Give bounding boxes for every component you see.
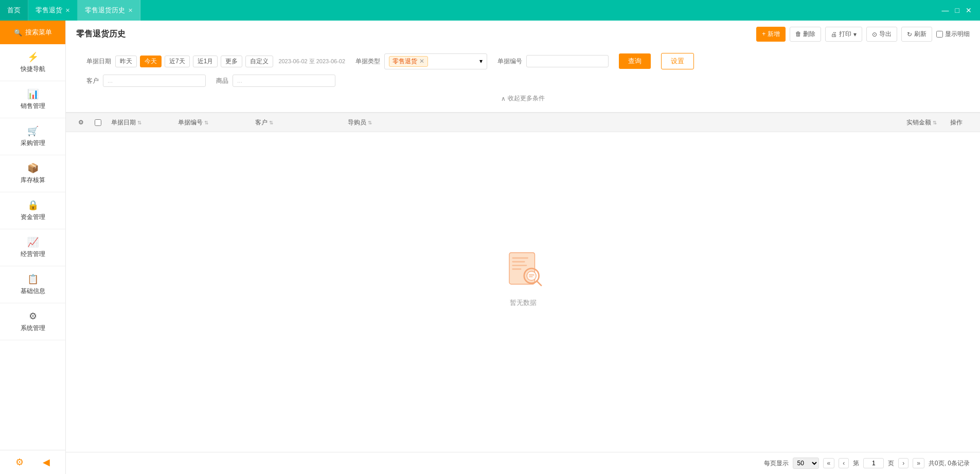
date-btn-custom[interactable]: 自定义	[245, 56, 273, 67]
empty-text: 暂无数据	[510, 298, 537, 307]
print-label: 打印	[839, 30, 851, 39]
date-btn-yesterday[interactable]: 昨天	[115, 56, 137, 67]
tab-retail-return[interactable]: 零售退货 ✕	[28, 0, 78, 21]
new-button[interactable]: + 新增	[756, 27, 785, 42]
date-filter: 单据日期 昨天 今天 近7天 近1月 更多 自定义 2023-06-02 至 2…	[86, 56, 345, 67]
sidebar-item-inventory[interactable]: 📦 库存核算	[0, 155, 65, 192]
tab-retail-return-history-close[interactable]: ✕	[128, 7, 133, 14]
filter-row-2: 客户 ... 商品 ...	[86, 75, 959, 87]
collapse-bar: ∧ 收起更多条件	[86, 92, 959, 107]
print-icon: 🖨	[831, 31, 837, 38]
th-no[interactable]: 单据编号 ⇅	[174, 118, 251, 127]
sidebar-item-sales[interactable]: 📊 销售管理	[0, 81, 65, 118]
tab-home[interactable]: 首页	[0, 0, 28, 21]
maximize-btn[interactable]: □	[955, 6, 959, 14]
finance-icon: 🔒	[27, 199, 39, 211]
toolbar: + 新增 🗑 删除 🖨 打印 ▾ ⊙ 导出 ↻ 刷新	[756, 27, 970, 42]
first-page-btn[interactable]: «	[823, 458, 835, 468]
customer-filter-select[interactable]: ...	[103, 75, 206, 87]
minimize-btn[interactable]: —	[942, 6, 949, 14]
sidebar-item-quick-nav[interactable]: ⚡ 快捷导航	[0, 44, 65, 81]
print-button[interactable]: 🖨 打印 ▾	[825, 27, 862, 42]
sidebar-search[interactable]: 🔍 搜索菜单	[0, 21, 65, 44]
th-no-sort-icon: ⇅	[204, 120, 208, 125]
sidebar-nav: ⚡ 快捷导航 📊 销售管理 🛒 采购管理 📦 库存核算 🔒 资金管理 📈	[0, 44, 65, 450]
collapse-button[interactable]: ∧ 收起更多条件	[501, 94, 545, 103]
th-settings[interactable]: ⚙	[74, 119, 91, 126]
th-guide[interactable]: 导购员 ⇅	[344, 118, 421, 127]
th-action-label: 操作	[950, 118, 963, 127]
date-btn-1month[interactable]: 近1月	[193, 56, 218, 67]
th-customer-label: 客户	[255, 118, 268, 127]
sidebar-item-system[interactable]: ⚙ 系统管理	[0, 303, 65, 340]
date-btn-today[interactable]: 今天	[140, 56, 162, 67]
sidebar-item-operations-label: 经营管理	[21, 250, 45, 259]
th-amount-sort-icon: ⇅	[933, 120, 937, 125]
no-filter-input[interactable]	[526, 55, 609, 67]
system-icon: ⚙	[29, 311, 37, 322]
th-customer[interactable]: 客户 ⇅	[251, 118, 344, 127]
export-button[interactable]: ⊙ 导出	[866, 27, 897, 42]
th-customer-sort-icon: ⇅	[269, 120, 273, 125]
goods-filter-label: 商品	[216, 77, 228, 85]
top-bar: 首页 零售退货 ✕ 零售退货历史 ✕ — □ ✕	[0, 0, 980, 21]
last-page-btn[interactable]: »	[913, 458, 924, 468]
display-detail-checkbox-label: 显示明细	[936, 30, 970, 39]
next-page-btn[interactable]: ›	[898, 458, 908, 468]
refresh-label: 刷新	[914, 30, 926, 39]
sidebar-item-purchase[interactable]: 🛒 采购管理	[0, 118, 65, 155]
sidebar-item-base-info[interactable]: 📋 基础信息	[0, 266, 65, 303]
table-area: ⚙ 单据日期 ⇅ 单据编号 ⇅ 客户 ⇅ 导购员	[66, 113, 980, 452]
svg-rect-4	[512, 268, 521, 270]
page-size-select[interactable]: 50 20 100	[793, 458, 819, 469]
close-btn[interactable]: ✕	[966, 6, 972, 14]
query-button[interactable]: 查询	[619, 53, 651, 69]
no-filter: 单据编号	[497, 55, 609, 67]
page-input[interactable]	[863, 458, 884, 468]
tab-retail-return-close[interactable]: ✕	[65, 7, 70, 14]
display-detail-label: 显示明细	[945, 30, 970, 39]
retail-return-tab-label: 零售退货	[35, 6, 62, 15]
goods-filter: 商品 ...	[216, 75, 335, 87]
display-detail-checkbox[interactable]	[936, 31, 943, 38]
print-chevron-icon: ▾	[853, 31, 857, 38]
type-filter: 单据类型 零售退货 ✕ ▾	[355, 53, 487, 69]
type-tag: 零售退货 ✕	[389, 56, 428, 67]
customer-filter: 客户 ...	[86, 75, 206, 87]
total-info: 共0页, 0条记录	[929, 459, 970, 468]
svg-point-6	[527, 271, 536, 281]
th-no-label: 单据编号	[178, 118, 203, 127]
th-guide-label: 导购员	[348, 118, 366, 127]
select-all-checkbox[interactable]	[95, 119, 101, 126]
sidebar-item-purchase-label: 采购管理	[21, 139, 45, 148]
refresh-button[interactable]: ↻ 刷新	[901, 27, 932, 42]
window-controls: — □ ✕	[942, 6, 980, 14]
delete-button[interactable]: 🗑 删除	[790, 27, 821, 42]
collapse-sidebar-icon[interactable]: ◀	[43, 457, 50, 468]
settings-bottom-icon[interactable]: ⚙	[15, 457, 24, 468]
quick-nav-icon: ⚡	[27, 51, 39, 63]
th-date-label: 单据日期	[111, 118, 136, 127]
goods-filter-select[interactable]: ...	[233, 75, 335, 87]
content-area: 零售退货历史 + 新增 🗑 删除 🖨 打印 ▾ ⊙ 导出 ↻	[66, 21, 980, 474]
pagination: 每页显示 50 20 100 « ‹ 第 页 › » 共0页, 0条记录	[66, 452, 980, 474]
th-amount[interactable]: 实销金额 ⇅	[421, 118, 941, 127]
inventory-icon: 📦	[27, 162, 39, 174]
sidebar-item-operations[interactable]: 📈 经营管理	[0, 229, 65, 266]
page-size-label: 每页显示	[764, 459, 789, 468]
sidebar-item-finance[interactable]: 🔒 资金管理	[0, 192, 65, 229]
filter-area: 单据日期 昨天 今天 近7天 近1月 更多 自定义 2023-06-02 至 2…	[76, 48, 970, 112]
th-checkbox[interactable]	[91, 119, 107, 126]
date-btn-7days[interactable]: 近7天	[165, 56, 190, 67]
prev-page-btn[interactable]: ‹	[839, 458, 849, 468]
type-filter-select[interactable]: 零售退货 ✕ ▾	[384, 53, 487, 69]
type-tag-remove[interactable]: ✕	[419, 58, 424, 65]
tab-retail-return-history[interactable]: 零售退货历史 ✕	[78, 0, 140, 21]
collapse-label: 收起更多条件	[508, 94, 545, 103]
sidebar-item-finance-label: 资金管理	[21, 213, 45, 222]
filter-row-1: 单据日期 昨天 今天 近7天 近1月 更多 自定义 2023-06-02 至 2…	[86, 53, 959, 69]
type-tag-label: 零售退货	[393, 57, 417, 66]
date-btn-more[interactable]: 更多	[221, 56, 242, 67]
th-date[interactable]: 单据日期 ⇅	[107, 118, 174, 127]
setting-button[interactable]: 设置	[661, 53, 694, 69]
